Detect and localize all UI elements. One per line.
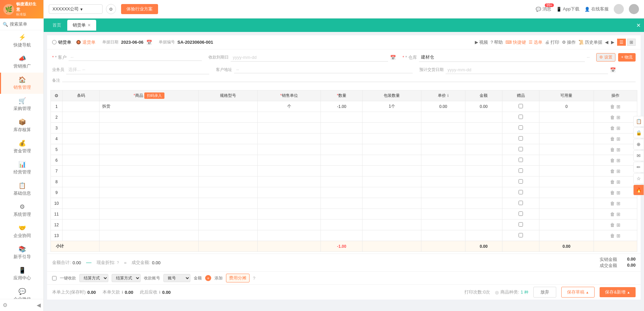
sidebar-settings-btn[interactable]: ⚙ xyxy=(3,302,7,308)
row-amount[interactable] xyxy=(465,112,502,123)
row-barcode[interactable] xyxy=(63,166,100,177)
row-unit[interactable] xyxy=(257,209,321,220)
row-unit[interactable] xyxy=(257,230,321,241)
row-barcode[interactable] xyxy=(63,220,100,230)
delete-icon[interactable]: 🗑 xyxy=(610,115,615,120)
row-product[interactable] xyxy=(100,144,199,155)
float-btn-7[interactable]: 🔥 xyxy=(633,185,644,195)
row-pack-qty[interactable] xyxy=(363,155,421,166)
delete-icon[interactable]: 🗑 xyxy=(610,233,615,238)
row-price[interactable]: 0.00 xyxy=(421,101,465,112)
tab-home[interactable]: 首页 xyxy=(47,20,67,31)
row-pack-qty[interactable]: 1个 xyxy=(363,101,421,112)
settlement-method-select[interactable]: 结算方式 xyxy=(79,274,108,282)
row-price[interactable] xyxy=(421,166,465,177)
row-qty[interactable] xyxy=(321,209,363,220)
row-barcode[interactable] xyxy=(63,187,100,198)
row-spec[interactable] xyxy=(198,198,257,209)
delete-icon[interactable]: 🗑 xyxy=(610,125,615,131)
row-amount[interactable] xyxy=(465,187,502,198)
row-qty[interactable] xyxy=(321,144,363,155)
float-btn-5[interactable]: ✏ xyxy=(633,162,644,172)
row-amount[interactable] xyxy=(465,230,502,241)
row-spec[interactable] xyxy=(198,101,257,112)
collection-date-input[interactable]: yyyy-mm-dd xyxy=(231,53,388,62)
row-unit[interactable] xyxy=(257,144,321,155)
row-qty[interactable] xyxy=(321,133,363,144)
user-avatar[interactable] xyxy=(614,4,624,14)
row-pack-qty[interactable] xyxy=(363,177,421,187)
row-amount[interactable] xyxy=(465,155,502,166)
sidebar-collapse-btn[interactable]: ◀ xyxy=(37,302,41,308)
sidebar-item-ops-mgmt[interactable]: 📊 经营管理 xyxy=(0,157,43,179)
row-product[interactable] xyxy=(100,155,199,166)
row-spec[interactable] xyxy=(198,123,257,133)
sidebar-item-enterprise[interactable]: 🤝 企业协同 xyxy=(0,221,43,242)
close-all-tabs-btn[interactable]: ✕ xyxy=(636,22,641,29)
row-unit[interactable] xyxy=(257,187,321,198)
row-pack-qty[interactable] xyxy=(363,123,421,133)
account-number-select[interactable]: 账号 xyxy=(163,274,190,282)
list-view-btn[interactable]: ☰ xyxy=(617,39,626,46)
history-btn[interactable]: 📜 历史单据 xyxy=(578,39,602,45)
copy-icon[interactable]: ⊞ xyxy=(616,233,620,238)
row-unit[interactable] xyxy=(257,166,321,177)
row-pack-qty[interactable] xyxy=(363,166,421,177)
row-pack-qty[interactable] xyxy=(363,220,421,230)
row-price[interactable] xyxy=(421,230,465,241)
float-btn-3[interactable]: ⊕ xyxy=(633,139,644,150)
row-spec[interactable] xyxy=(198,166,257,177)
row-amount[interactable] xyxy=(465,198,502,209)
row-gift[interactable] xyxy=(502,209,539,220)
delete-icon[interactable]: 🗑 xyxy=(610,168,615,174)
salesperson-input[interactable]: 选择... ··· xyxy=(66,65,209,74)
row-unit[interactable]: 个 xyxy=(257,101,321,112)
sidebar-item-inventory[interactable]: 📦 库存核算 xyxy=(0,115,43,136)
row-amount[interactable]: 0.00 xyxy=(465,101,502,112)
row-gift[interactable] xyxy=(502,187,539,198)
calendar-icon[interactable]: 📅 xyxy=(146,40,152,45)
copy-icon[interactable]: ⊞ xyxy=(616,115,620,120)
customer-address-input[interactable]: ··· xyxy=(234,67,412,73)
row-barcode[interactable] xyxy=(63,144,100,155)
row-barcode[interactable] xyxy=(63,155,100,166)
row-price[interactable] xyxy=(421,209,465,220)
row-pack-qty[interactable] xyxy=(363,230,421,241)
row-spec[interactable] xyxy=(198,112,257,123)
row-product[interactable] xyxy=(100,187,199,198)
row-amount[interactable] xyxy=(465,144,502,155)
warehouse-input[interactable]: 建材仓 xyxy=(419,53,585,62)
row-qty[interactable] xyxy=(321,155,363,166)
add-payment-btn[interactable]: + xyxy=(205,275,211,281)
copy-icon[interactable]: ⊞ xyxy=(616,136,620,142)
row-pack-qty[interactable] xyxy=(363,198,421,209)
row-barcode[interactable] xyxy=(63,112,100,123)
row-pack-qty[interactable] xyxy=(363,187,421,198)
row-unit[interactable] xyxy=(257,123,321,133)
collection-calendar-icon[interactable]: 📅 xyxy=(390,55,396,60)
online-service-btn[interactable]: 👤 在线客服 xyxy=(584,6,609,12)
save-new-button[interactable]: 保存&新增 ▲ xyxy=(600,287,636,297)
row-gift[interactable] xyxy=(502,144,539,155)
row-amount[interactable] xyxy=(465,133,502,144)
sidebar-item-beginner[interactable]: 📚 新手引导 xyxy=(0,242,43,263)
radio-return-input[interactable] xyxy=(76,40,81,44)
row-barcode[interactable] xyxy=(63,101,100,112)
row-spec[interactable] xyxy=(198,155,257,166)
expense-split-btn[interactable]: 费用分摊 xyxy=(226,274,250,282)
radio-return-order[interactable]: 退货单 xyxy=(76,39,96,45)
app-download-btn[interactable]: 📱 App下载 xyxy=(556,6,579,12)
row-gift[interactable] xyxy=(502,198,539,209)
copy-icon[interactable]: ⊞ xyxy=(616,125,620,131)
row-spec[interactable] xyxy=(198,209,257,220)
row-product[interactable]: 拆货 xyxy=(100,101,199,112)
row-barcode[interactable] xyxy=(63,209,100,220)
row-price[interactable] xyxy=(421,112,465,123)
row-barcode[interactable] xyxy=(63,198,100,209)
row-spec[interactable] xyxy=(198,220,257,230)
float-btn-6[interactable]: ☆ xyxy=(633,173,644,184)
row-qty[interactable] xyxy=(321,166,363,177)
copy-icon[interactable]: ⊞ xyxy=(616,104,620,109)
row-amount[interactable] xyxy=(465,166,502,177)
copy-icon[interactable]: ⊞ xyxy=(616,201,620,206)
